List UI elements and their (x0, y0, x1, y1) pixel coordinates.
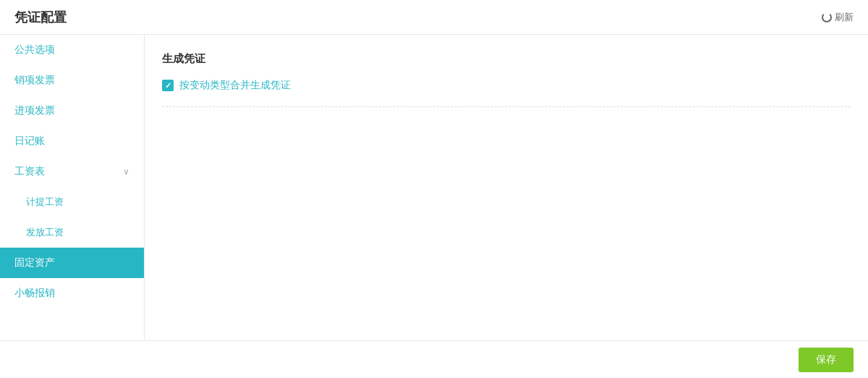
sidebar-item-pay-salary[interactable]: 发放工资 (0, 217, 144, 248)
sidebar-label-sales-invoice: 销项发票 (14, 74, 55, 87)
sidebar-item-payroll[interactable]: 工资表∨ (0, 156, 144, 187)
sidebar-label-calc-salary: 计提工资 (26, 196, 64, 209)
sidebar-label-expense-report: 小畅报销 (14, 287, 55, 300)
sidebar-label-journal: 日记账 (14, 135, 45, 148)
chevron-down-icon: ∨ (123, 167, 129, 177)
sidebar-item-purchase-invoice[interactable]: 进项发票 (0, 96, 144, 126)
sidebar-label-fixed-assets: 固定资产 (14, 256, 55, 269)
sidebar-label-payroll: 工资表 (14, 165, 45, 178)
refresh-label: 刷新 (835, 11, 854, 24)
refresh-icon (822, 12, 832, 22)
sidebar-label-purchase-invoice: 进项发票 (14, 104, 55, 117)
sidebar-label-pay-salary: 发放工资 (26, 226, 64, 239)
sidebar-item-journal[interactable]: 日记账 (0, 126, 144, 156)
sidebar-item-sales-invoice[interactable]: 销项发票 (0, 65, 144, 96)
merge-checkbox-label[interactable]: 按变动类型合并生成凭证 (179, 79, 291, 92)
save-button[interactable]: 保存 (799, 348, 854, 372)
sidebar: 公共选项销项发票进项发票日记账工资表∨计提工资发放工资固定资产小畅报销 (0, 35, 145, 340)
section-title: 生成凭证 (162, 52, 851, 66)
sidebar-item-calc-salary[interactable]: 计提工资 (0, 187, 144, 217)
sidebar-item-fixed-assets[interactable]: 固定资产 (0, 248, 144, 278)
page-wrapper: 凭证配置 刷新 公共选项销项发票进项发票日记账工资表∨计提工资发放工资固定资产小… (0, 0, 868, 378)
section-divider (162, 106, 851, 107)
page-body: 公共选项销项发票进项发票日记账工资表∨计提工资发放工资固定资产小畅报销 生成凭证… (0, 35, 868, 340)
sidebar-item-public-options[interactable]: 公共选项 (0, 35, 144, 65)
page-footer: 保存 (0, 340, 868, 378)
main-content: 生成凭证 按变动类型合并生成凭证 (145, 35, 868, 340)
sidebar-item-expense-report[interactable]: 小畅报销 (0, 278, 144, 308)
page-title: 凭证配置 (14, 9, 67, 26)
merge-checkbox[interactable] (162, 80, 174, 91)
refresh-button[interactable]: 刷新 (822, 11, 854, 24)
sidebar-label-public-options: 公共选项 (14, 43, 55, 56)
page-header: 凭证配置 刷新 (0, 0, 868, 35)
checkbox-row: 按变动类型合并生成凭证 (162, 79, 851, 92)
